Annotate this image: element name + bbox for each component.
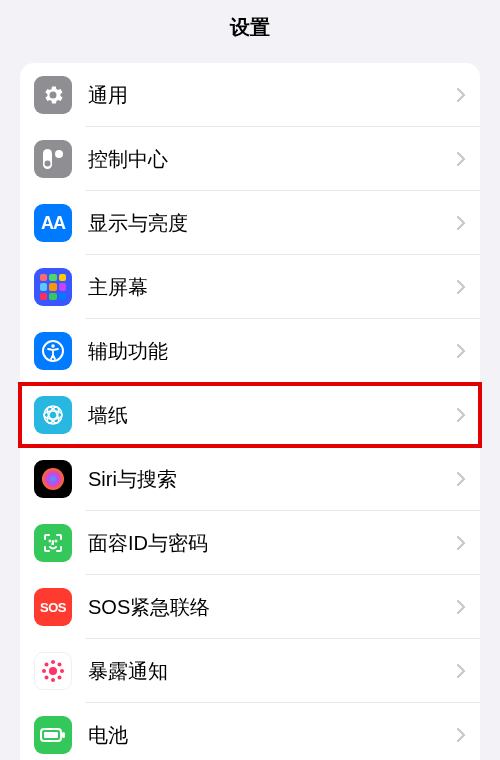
chevron-right-icon: [456, 407, 466, 423]
svg-point-19: [45, 676, 49, 680]
display-brightness-icon: AA: [34, 204, 72, 242]
page-title: 设置: [230, 14, 270, 41]
chevron-right-icon: [456, 471, 466, 487]
chevron-right-icon: [456, 215, 466, 231]
row-siri[interactable]: Siri与搜索: [20, 447, 480, 511]
gear-icon: [34, 76, 72, 114]
row-label: 面容ID与密码: [88, 530, 456, 557]
row-wallpaper[interactable]: 墙纸: [20, 383, 480, 447]
svg-point-11: [56, 541, 57, 542]
svg-point-16: [60, 669, 64, 673]
chevron-right-icon: [456, 279, 466, 295]
svg-point-1: [45, 161, 51, 167]
chevron-right-icon: [456, 151, 466, 167]
row-faceid[interactable]: 面容ID与密码: [20, 511, 480, 575]
svg-point-10: [50, 541, 51, 542]
row-display[interactable]: AA 显示与亮度: [20, 191, 480, 255]
svg-point-14: [51, 678, 55, 682]
row-exposure[interactable]: 暴露通知: [20, 639, 480, 703]
row-sos[interactable]: SOS SOS紧急联络: [20, 575, 480, 639]
svg-point-9: [42, 468, 64, 490]
chevron-right-icon: [456, 599, 466, 615]
svg-point-4: [51, 344, 55, 348]
row-label: 暴露通知: [88, 658, 456, 685]
header: 设置: [0, 0, 500, 55]
row-general[interactable]: 通用: [20, 63, 480, 127]
siri-icon: [34, 460, 72, 498]
chevron-right-icon: [456, 727, 466, 743]
settings-list: 通用 控制中心 AA 显示与亮度 主屏幕: [20, 63, 480, 760]
chevron-right-icon: [456, 663, 466, 679]
row-label: 显示与亮度: [88, 210, 456, 237]
chevron-right-icon: [456, 87, 466, 103]
svg-point-20: [58, 676, 62, 680]
battery-icon: [34, 716, 72, 754]
svg-rect-22: [62, 732, 65, 738]
svg-point-18: [58, 663, 62, 667]
wallpaper-icon: [34, 396, 72, 434]
row-home-screen[interactable]: 主屏幕: [20, 255, 480, 319]
row-label: 通用: [88, 82, 456, 109]
row-accessibility[interactable]: 辅助功能: [20, 319, 480, 383]
row-label: SOS紧急联络: [88, 594, 456, 621]
svg-rect-23: [44, 732, 58, 738]
row-battery[interactable]: 电池: [20, 703, 480, 760]
chevron-right-icon: [456, 343, 466, 359]
row-label: 主屏幕: [88, 274, 456, 301]
exposure-icon: [34, 652, 72, 690]
chevron-right-icon: [456, 535, 466, 551]
faceid-icon: [34, 524, 72, 562]
row-label: 电池: [88, 722, 456, 749]
row-label: 辅助功能: [88, 338, 456, 365]
svg-point-15: [42, 669, 46, 673]
accessibility-icon: [34, 332, 72, 370]
svg-point-8: [44, 411, 62, 419]
home-screen-icon: [34, 268, 72, 306]
svg-point-13: [51, 660, 55, 664]
row-label: 控制中心: [88, 146, 456, 173]
row-label: 墙纸: [88, 402, 456, 429]
svg-point-12: [49, 667, 57, 675]
svg-point-2: [55, 150, 63, 158]
svg-point-17: [45, 663, 49, 667]
row-control-center[interactable]: 控制中心: [20, 127, 480, 191]
control-center-icon: [34, 140, 72, 178]
row-label: Siri与搜索: [88, 466, 456, 493]
sos-icon: SOS: [34, 588, 72, 626]
